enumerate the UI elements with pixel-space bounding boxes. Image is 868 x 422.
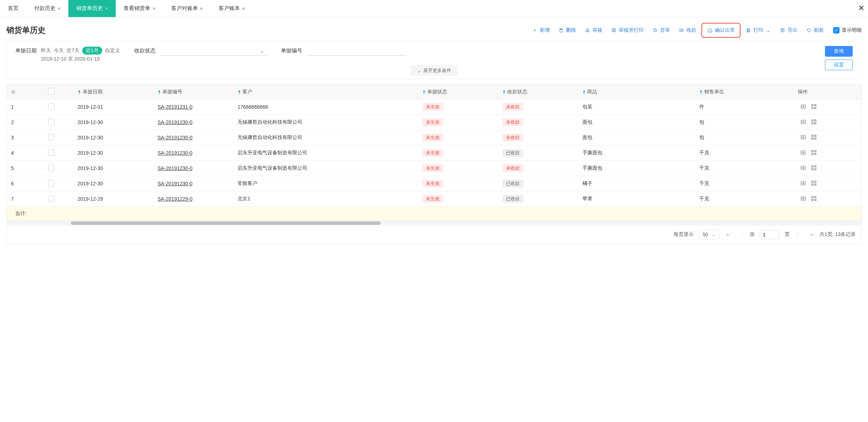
sort-icon[interactable]: ▲▼ bbox=[237, 89, 241, 94]
svg-rect-33 bbox=[815, 150, 816, 152]
svg-rect-32 bbox=[812, 150, 813, 152]
expand-filters-button[interactable]: ⌄展开更多条件 bbox=[411, 65, 457, 76]
view-icon[interactable] bbox=[800, 119, 806, 125]
gear-icon[interactable]: ⚙ bbox=[11, 89, 16, 95]
date-opt-近1月[interactable]: 近1月 bbox=[82, 47, 102, 55]
view-icon[interactable] bbox=[800, 165, 806, 171]
last-page-icon[interactable]: ⇥ bbox=[807, 232, 815, 237]
view-icon[interactable] bbox=[800, 134, 806, 140]
svg-rect-34 bbox=[812, 153, 813, 155]
close-icon[interactable]: × bbox=[105, 6, 108, 11]
doc-no-link[interactable]: SA-20191230-0 bbox=[158, 150, 193, 156]
prev-page-icon[interactable]: 〈 bbox=[737, 231, 745, 238]
svg-rect-45 bbox=[815, 181, 816, 182]
audit-print-button[interactable]: 审核并打印 bbox=[607, 25, 647, 36]
pay-status-select[interactable]: ⌄ bbox=[160, 47, 267, 56]
svg-rect-18 bbox=[801, 120, 805, 124]
tab-客户对账单[interactable]: 客户对账单× bbox=[163, 0, 211, 17]
date-opt-今天[interactable]: 今天 bbox=[54, 47, 64, 54]
close-all-icon[interactable]: ✕ bbox=[858, 4, 864, 13]
sort-icon[interactable]: ▲▼ bbox=[502, 89, 506, 94]
view-icon[interactable] bbox=[800, 103, 806, 110]
close-icon[interactable]: × bbox=[152, 6, 155, 11]
doc-no-filter-label: 单据编号 bbox=[281, 47, 302, 54]
svg-point-43 bbox=[802, 182, 804, 184]
page-input[interactable] bbox=[760, 230, 780, 239]
doc-no-link[interactable]: SA-20191230-0 bbox=[158, 119, 193, 125]
more-icon[interactable] bbox=[811, 134, 817, 140]
svg-rect-0 bbox=[560, 29, 563, 32]
audit-button[interactable]: 审核 bbox=[581, 25, 606, 36]
doc-no-link[interactable]: SA-20191230-0 bbox=[158, 181, 193, 186]
print-button[interactable]: 打印⌄ bbox=[742, 25, 775, 36]
filter-panel: 单据日期 昨天今天近7天近1月自定义 2019-12-10 至 2020-01-… bbox=[6, 41, 862, 79]
sort-icon[interactable]: ▲▼ bbox=[699, 89, 703, 94]
date-opt-近7天[interactable]: 近7天 bbox=[67, 47, 79, 54]
row-checkbox[interactable] bbox=[48, 180, 54, 186]
row-checkbox[interactable] bbox=[48, 103, 54, 110]
query-button[interactable]: 查询 bbox=[825, 46, 853, 57]
tab-销货单历史[interactable]: 销货单历史× bbox=[68, 0, 116, 17]
show-detail-toggle[interactable]: ✓显示明细 bbox=[833, 27, 862, 34]
first-page-icon[interactable]: ⇤ bbox=[725, 232, 732, 237]
tab-客户账本[interactable]: 客户账本× bbox=[211, 0, 253, 17]
settings-button[interactable]: 设置 bbox=[825, 60, 853, 70]
add-button[interactable]: ＋新增 bbox=[528, 25, 553, 36]
more-icon[interactable] bbox=[811, 165, 817, 171]
more-icon[interactable] bbox=[811, 119, 817, 125]
doc-no-link[interactable]: SA-20191231-0 bbox=[158, 104, 193, 110]
refresh-button[interactable]: 刷新 bbox=[802, 25, 827, 36]
svg-rect-42 bbox=[801, 181, 805, 185]
confirm-out-button[interactable]: 确认出库 bbox=[701, 23, 741, 38]
next-page-icon[interactable]: 〉 bbox=[795, 231, 802, 238]
sort-icon[interactable]: ▲▼ bbox=[582, 89, 586, 94]
table-row: 32019-12-30SA-20191230-0无锡康哲自动化科技有限公司未生效… bbox=[7, 130, 861, 145]
close-icon[interactable]: × bbox=[58, 6, 61, 11]
row-checkbox[interactable] bbox=[48, 149, 54, 156]
row-checkbox[interactable] bbox=[48, 134, 54, 140]
svg-rect-27 bbox=[815, 135, 816, 137]
row-checkbox[interactable] bbox=[48, 119, 54, 125]
row-checkbox[interactable] bbox=[48, 195, 54, 202]
view-icon[interactable] bbox=[800, 195, 806, 202]
sort-icon[interactable]: ▲▼ bbox=[78, 89, 81, 94]
select-all-checkbox[interactable] bbox=[48, 88, 54, 94]
svg-rect-14 bbox=[812, 104, 813, 106]
chevron-down-icon: ⌄ bbox=[765, 27, 771, 33]
close-icon[interactable]: × bbox=[200, 6, 203, 11]
more-icon[interactable] bbox=[811, 149, 817, 156]
more-icon[interactable] bbox=[811, 180, 817, 186]
status-badge: 未生效 bbox=[422, 180, 443, 187]
doc-no-link[interactable]: SA-20191229-0 bbox=[158, 196, 193, 202]
tab-付款历史[interactable]: 付款历史× bbox=[26, 0, 68, 17]
delete-button[interactable]: 删除 bbox=[555, 25, 580, 36]
horizontal-scrollbar[interactable] bbox=[7, 221, 861, 226]
table-row: 22019-12-30SA-20191230-0无锡康哲自动化科技有限公司未生效… bbox=[7, 115, 861, 130]
date-range-display: 2019-12-10 至 2020-01-10 bbox=[41, 56, 120, 62]
svg-rect-36 bbox=[801, 166, 805, 170]
tab-首页[interactable]: 首页 bbox=[0, 0, 26, 17]
sort-icon[interactable]: ▲▼ bbox=[158, 89, 161, 94]
doc-no-link[interactable]: SA-20191230-0 bbox=[158, 165, 193, 171]
money-icon bbox=[679, 27, 684, 33]
sort-icon[interactable]: ▲▼ bbox=[422, 89, 426, 94]
row-checkbox[interactable] bbox=[48, 165, 54, 171]
date-opt-自定义[interactable]: 自定义 bbox=[105, 47, 120, 54]
view-icon[interactable] bbox=[800, 149, 806, 156]
checkbox-checked-icon: ✓ bbox=[833, 27, 840, 34]
doc-no-link[interactable]: SA-20191230-0 bbox=[158, 135, 193, 140]
svg-rect-38 bbox=[812, 166, 813, 167]
tab-查看销货单[interactable]: 查看销货单× bbox=[116, 0, 163, 17]
toolbar: ＋新增 删除 审核 审核并打印 弃审 收款 确认出库 打印⌄ 导出 刷新 ✓显示… bbox=[528, 23, 862, 38]
collect-button[interactable]: 收款 bbox=[675, 25, 700, 36]
close-icon[interactable]: × bbox=[242, 6, 245, 11]
unaudit-button[interactable]: 弃审 bbox=[649, 25, 674, 36]
export-button[interactable]: 导出 bbox=[776, 25, 801, 36]
date-opt-昨天[interactable]: 昨天 bbox=[41, 47, 51, 54]
doc-no-input[interactable] bbox=[307, 47, 406, 56]
view-icon[interactable] bbox=[800, 180, 806, 186]
per-page-select[interactable]: 50⌄ bbox=[699, 230, 720, 239]
more-icon[interactable] bbox=[811, 195, 817, 202]
more-icon[interactable] bbox=[811, 103, 817, 110]
date-filter-label: 单据日期 bbox=[15, 47, 37, 54]
